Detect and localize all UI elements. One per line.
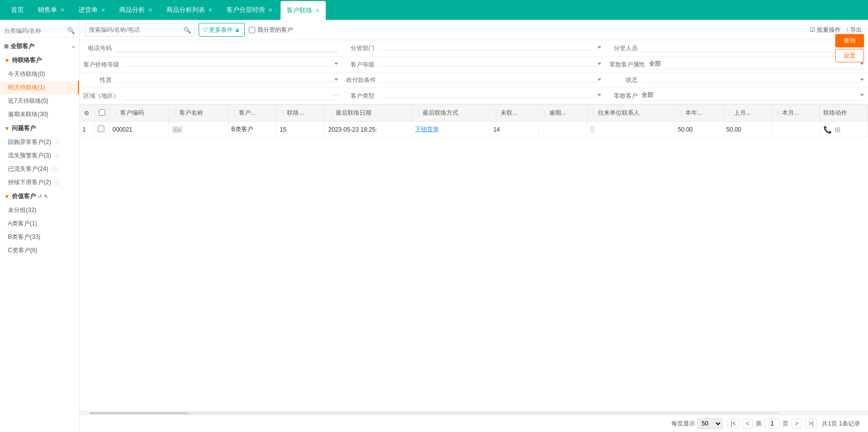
phone-action-icon[interactable]: 📞 bbox=[823, 126, 832, 134]
sidebar-item-7days-contact[interactable]: 近7天待联络(0) bbox=[0, 94, 79, 108]
td-customer-type: B类客户 bbox=[228, 122, 277, 138]
th-current-year[interactable]: ⋮本年... bbox=[674, 105, 723, 122]
th-overdue[interactable]: ⋮逾期... bbox=[539, 105, 587, 122]
table-container: ⚙ ⋮客户编码 ⋮客户名称 ⋮客户... ⋮联络... ⋮最后联络日期 ⋮最后联… bbox=[79, 105, 868, 411]
sidebar-item-today-contact[interactable]: 今天待联络(0) bbox=[0, 68, 79, 81]
more-filter-button[interactable]: ▽ 更多条件 ▲ bbox=[199, 23, 245, 37]
sidebar: 🔍 ⊞ 全部客户 « ▼ 待联络客户 今天待联络(0) 明天待联络(1) 近7天… bbox=[0, 20, 79, 432]
th-last-contact-method[interactable]: ⋮最后联络方式 bbox=[412, 105, 490, 122]
filter-region: 区域（地区） ··· bbox=[79, 88, 342, 104]
edit-icon[interactable]: ✎ bbox=[44, 194, 48, 199]
nav-tab-analysis[interactable]: 商品分析 ✕ bbox=[113, 0, 158, 20]
select-all-checkbox[interactable] bbox=[99, 109, 105, 116]
filter-dept-select[interactable] bbox=[378, 46, 601, 50]
export-button[interactable]: ↑ 导出 bbox=[846, 26, 862, 34]
th-name[interactable]: ⋮客户名称 bbox=[169, 105, 228, 122]
nav-tab-analysis-list[interactable]: 商品分析列表 ✕ bbox=[160, 0, 218, 20]
collapse-icon[interactable]: « bbox=[72, 44, 75, 50]
filter-customer-level: 客户等级 bbox=[342, 57, 605, 73]
filter-icon: ▽ bbox=[203, 26, 208, 33]
nav-tab-purchase[interactable]: 进货单 ✕ bbox=[72, 0, 111, 20]
filter-customer-type-select[interactable] bbox=[378, 94, 601, 98]
page-input[interactable] bbox=[765, 419, 780, 429]
th-last-contact-date[interactable]: ⋮最后联络日期 bbox=[325, 105, 412, 122]
th-current-month[interactable]: ⋮本月... bbox=[772, 105, 820, 122]
sidebar-all-customers[interactable]: ⊞ 全部客户 « bbox=[0, 40, 79, 53]
reset-button[interactable]: 设置 bbox=[835, 49, 864, 63]
next-page-button[interactable]: > bbox=[792, 419, 802, 429]
td-checkbox[interactable] bbox=[94, 122, 109, 138]
contact-method-link[interactable]: 下销货单 bbox=[415, 126, 439, 133]
first-page-button[interactable]: |< bbox=[727, 419, 739, 429]
grid-action-icon[interactable]: ⊞ bbox=[835, 126, 841, 134]
filter-price-level: 客户价格等级 bbox=[79, 57, 342, 73]
horizontal-scrollbar[interactable] bbox=[79, 411, 868, 415]
search-input[interactable] bbox=[89, 26, 183, 33]
close-icon[interactable]: ✕ bbox=[148, 7, 152, 13]
sidebar-item-overdue-contact[interactable]: 逾期未联络(30) bbox=[0, 108, 79, 121]
filter-phone: 电话号码 bbox=[79, 40, 342, 57]
filter-payment: 收付款条件 bbox=[342, 73, 605, 88]
sidebar-search-input[interactable] bbox=[4, 27, 67, 34]
sidebar-item-churned[interactable]: 已流失客户(24) ⓘ bbox=[0, 162, 79, 176]
th-code[interactable]: ⋮客户编码 bbox=[109, 105, 169, 122]
close-icon[interactable]: ✕ bbox=[60, 7, 65, 13]
th-last-month[interactable]: ⋮上月... bbox=[723, 105, 772, 122]
prev-page-button[interactable]: < bbox=[742, 419, 753, 429]
drag-icon: ⋮ bbox=[590, 109, 596, 116]
filter-price-level-select[interactable] bbox=[123, 63, 338, 67]
chevron-down-icon bbox=[597, 63, 601, 65]
sidebar-item-ungrouped[interactable]: 未分组(32) bbox=[0, 204, 79, 217]
sidebar-item-class-c[interactable]: C类客户(6) bbox=[0, 244, 79, 257]
sidebar-item-class-a[interactable]: A类客户(1) bbox=[0, 217, 79, 230]
filter-customer-level-select[interactable] bbox=[378, 63, 601, 67]
search-icon[interactable]: 🔍 bbox=[67, 27, 75, 34]
info-icon: ⓘ bbox=[54, 179, 60, 185]
filter-region-value[interactable]: ··· bbox=[123, 92, 338, 100]
filter-nature-select[interactable] bbox=[116, 78, 338, 82]
my-customers-checkbox-label[interactable]: 我分管的客户 bbox=[249, 26, 293, 34]
chevron-down-icon bbox=[860, 63, 864, 65]
filter-status-select[interactable] bbox=[642, 78, 864, 82]
query-button[interactable]: 查询 bbox=[835, 34, 864, 48]
close-icon[interactable]: ✕ bbox=[315, 7, 320, 14]
th-checkbox[interactable] bbox=[94, 105, 109, 122]
nav-tab-customer-contact[interactable]: 客户联络 ✕ bbox=[281, 1, 326, 20]
nav-home[interactable]: 首页 bbox=[5, 5, 30, 14]
nav-tab-sales[interactable]: 销售单 ✕ bbox=[32, 0, 71, 20]
search-icon[interactable]: 🔍 bbox=[183, 26, 191, 34]
chevron-down-icon bbox=[597, 78, 601, 81]
sidebar-item-abnormal-repurchase[interactable]: 回购异常客户(2) ⓘ bbox=[0, 136, 79, 149]
refresh-icon[interactable]: ↺ bbox=[38, 194, 42, 199]
filter-retail-attr-select[interactable]: 全部 bbox=[649, 60, 864, 70]
th-uncontacted[interactable]: ⋮未联... bbox=[490, 105, 539, 122]
nav-tab-customer-stratification[interactable]: 客户分层经营 ✕ bbox=[220, 0, 279, 20]
checkbox-icon: ☑ bbox=[810, 26, 815, 33]
filter-manager-value[interactable]: ··· bbox=[642, 44, 864, 53]
sidebar-item-class-b[interactable]: B类客户(33) bbox=[0, 230, 79, 244]
sidebar-item-declining[interactable]: 持续下滑客户(2) ⓘ bbox=[0, 176, 79, 189]
drag-icon: ⋮ bbox=[328, 109, 334, 116]
close-icon[interactable]: ✕ bbox=[268, 7, 273, 13]
sidebar-item-tomorrow-contact[interactable]: 明天待联络(1) bbox=[0, 81, 79, 94]
td-last-contact-method[interactable]: 下销货单 bbox=[412, 122, 490, 138]
batch-op-button[interactable]: ☑ 批量操作 bbox=[810, 26, 841, 34]
th-settings[interactable]: ⚙ bbox=[79, 105, 94, 122]
my-customers-checkbox[interactable] bbox=[249, 27, 255, 33]
th-contact-person[interactable]: ⋮往来单位联系人 bbox=[587, 105, 674, 122]
filter-retail-customer-select[interactable]: 全部 bbox=[642, 91, 864, 101]
row-checkbox[interactable] bbox=[98, 126, 104, 132]
filter-nature-label: 性质 bbox=[83, 76, 116, 84]
info-icon: ⓘ bbox=[54, 139, 60, 145]
th-customer-type[interactable]: ⋮客户... bbox=[228, 105, 277, 122]
last-page-button[interactable]: >| bbox=[805, 419, 817, 429]
close-icon[interactable]: ✕ bbox=[208, 7, 213, 13]
filter-dept-label: 分管部门 bbox=[346, 44, 378, 53]
filter-payment-select[interactable] bbox=[380, 78, 601, 82]
filter-phone-input[interactable] bbox=[116, 43, 338, 52]
close-icon[interactable]: ✕ bbox=[101, 7, 105, 13]
th-contact-count[interactable]: ⋮联络... bbox=[277, 105, 325, 122]
per-page-select[interactable]: 50 100 200 bbox=[697, 418, 723, 429]
scrollbar-thumb[interactable] bbox=[89, 412, 189, 414]
sidebar-item-churn-warning[interactable]: 流失预警客户(3) ⓘ bbox=[0, 149, 79, 162]
